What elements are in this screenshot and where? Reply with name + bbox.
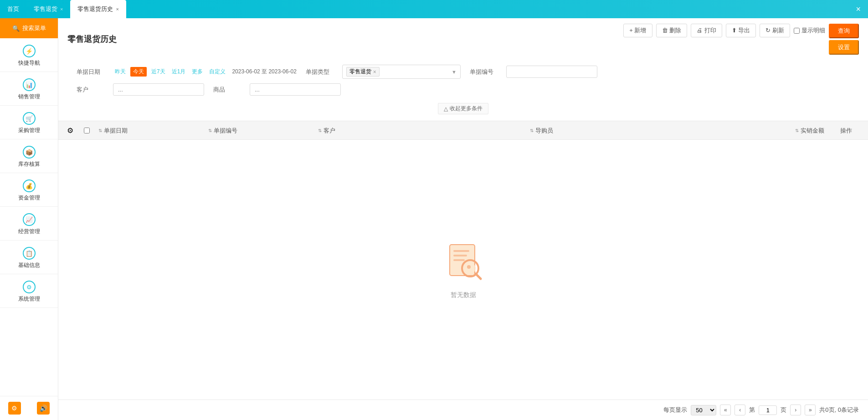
sidebar-item-inventory[interactable]: 📦 库存核算 [0,139,58,173]
next-page-button[interactable]: › [790,405,801,415]
tab-retail-return-history-close[interactable]: × [116,6,118,12]
th-settings[interactable]: ⚙ [62,126,78,135]
filter-row-2: 客户 商品 [77,83,850,96]
purchase-icon: 🛒 [23,112,36,125]
table-container: ⚙ ⇅ 单据日期 ⇅ 单据编号 ⇅ 客户 ⇅ [58,122,868,420]
sort-customer-icon[interactable]: ⇅ [318,128,322,133]
tab-retail-return-history[interactable]: 零售退货历史 × [70,0,126,18]
sidebar-item-system[interactable]: ⚙ 系统管理 [0,274,58,308]
sidebar-item-purchase-mgmt[interactable]: 🛒 采购管理 [0,106,58,139]
date-options: 昨天 今天 近7天 近1月 更多 自定义 2023-06-02 至 2023-0… [113,67,297,77]
operations-icon: 📈 [23,213,36,226]
date-opt-1month[interactable]: 近1月 [170,67,188,77]
main-layout: 🔍 搜索菜单 ⚡ 快捷导航 📊 销售管理 🛒 采购管理 📦 库存核算 💰 资金管… [0,18,868,420]
th-date-label: 单据日期 [104,127,128,135]
sort-guide-icon[interactable]: ⇅ [530,128,534,133]
query-button[interactable]: 查询 [829,24,859,38]
svg-rect-3 [453,259,465,261]
th-checkbox[interactable] [78,128,95,133]
tab-retail-return-close[interactable]: × [60,6,63,12]
sort-amount-icon[interactable]: ⇅ [795,128,799,133]
refresh-button[interactable]: ↻ 刷新 [760,24,790,37]
th-number: ⇅ 单据编号 [205,127,314,135]
sidebar-item-system-label: 系统管理 [18,295,40,303]
sidebar-item-sales-mgmt[interactable]: 📊 销售管理 [0,72,58,106]
inventory-icon: 📦 [23,146,36,159]
settings-button[interactable]: 设置 [829,40,859,55]
date-opt-custom[interactable]: 自定义 [207,67,227,77]
th-amount: ⇅ 实销金额 [739,127,828,135]
sidebar-item-purchase-label: 采购管理 [18,127,40,134]
date-range-display: 2023-06-02 至 2023-06-02 [232,68,296,76]
customer-input[interactable] [113,83,204,96]
new-button[interactable]: + 新增 [623,24,652,37]
goods-input[interactable] [250,83,341,96]
doc-number-label: 单据编号 [470,68,497,76]
select-all-checkbox[interactable] [84,128,90,133]
sidebar-item-operations[interactable]: 📈 经营管理 [0,207,58,241]
filter-row-1: 单据日期 昨天 今天 近7天 近1月 更多 自定义 2023-06-02 至 2… [77,65,850,79]
date-opt-7days[interactable]: 近7天 [149,67,167,77]
quick-nav-icon: ⚡ [23,45,36,57]
table-settings-icon[interactable]: ⚙ [67,126,73,135]
show-detail-check[interactable] [794,28,800,34]
sidebar-item-finance[interactable]: 💰 资金管理 [0,173,58,207]
sidebar-item-basic-info-label: 基础信息 [18,261,40,269]
tab-home[interactable]: 首页 [0,0,26,18]
query-settings-group: 查询 设置 [829,24,859,55]
system-icon: ⚙ [23,281,36,293]
last-page-button[interactable]: » [805,405,816,415]
sort-number-icon[interactable]: ⇅ [208,128,212,133]
sidebar-item-operations-label: 经营管理 [18,228,40,236]
audio-bottom-icon[interactable]: 🔊 [37,402,50,415]
tab-retail-return[interactable]: 零售退货 × [26,0,70,18]
doc-type-tag-label: 零售退货 [349,68,371,76]
prev-page-button[interactable]: ‹ [734,405,745,415]
print-button[interactable]: 🖨 打印 [691,24,722,37]
tab-retail-return-label: 零售退货 [34,5,57,13]
sidebar-item-quick-nav[interactable]: ⚡ 快捷导航 [0,38,58,72]
finance-icon: 💰 [23,179,36,192]
page-size-select[interactable]: 50 20 100 [691,405,716,415]
page-header-top: 零售退货历史 + 新增 🗑 删除 🖨 打印 ⬆ 导出 ↻ 刷新 显示明细 [67,24,859,55]
collapse-button[interactable]: △ 收起更多条件 [438,103,488,114]
sidebar-search[interactable]: 🔍 搜索菜单 [0,18,58,38]
page-title: 零售退货历史 [67,34,117,45]
th-actions: 操作 [828,127,864,135]
doc-type-select[interactable]: 零售退货 × ▼ [342,65,461,79]
tab-retail-return-history-label: 零售退货历史 [77,5,113,13]
pagination-summary: 共0页, 0条记录 [819,406,859,414]
date-filter-label: 单据日期 [77,68,104,76]
empty-state: 暂无数据 [58,140,868,400]
settings-bottom-icon[interactable]: ⚙ [8,402,21,415]
th-date: ⇅ 单据日期 [95,127,205,135]
date-opt-today[interactable]: 今天 [130,67,147,77]
show-detail-checkbox[interactable]: 显示明细 [794,26,825,35]
page-total-label: 页 [781,406,786,414]
svg-rect-1 [453,250,469,252]
svg-point-5 [465,263,476,274]
first-page-button[interactable]: « [720,405,731,415]
page-header: 零售退货历史 + 新增 🗑 删除 🖨 打印 ⬆ 导出 ↻ 刷新 显示明细 [58,18,868,121]
tab-bar: 首页 零售退货 × 零售退货历史 × [0,0,848,18]
sort-date-icon[interactable]: ⇅ [98,128,102,133]
top-bar: 首页 零售退货 × 零售退货历史 × × [0,0,868,18]
delete-button[interactable]: 🗑 删除 [656,24,688,37]
collapse-label: 收起更多条件 [450,105,483,113]
page-number-input[interactable]: 1 [759,405,777,415]
window-close-button[interactable]: × [848,5,868,14]
table-header: ⚙ ⇅ 单据日期 ⇅ 单据编号 ⇅ 客户 ⇅ [58,122,868,140]
sidebar-item-quick-nav-label: 快捷导航 [18,59,40,67]
export-button[interactable]: ⬆ 导出 [726,24,756,37]
sidebar-item-inventory-label: 库存核算 [18,160,40,168]
doc-type-tag-close[interactable]: × [373,69,376,75]
show-detail-label: 显示明细 [801,26,825,35]
date-opt-more[interactable]: 更多 [190,67,205,77]
doc-number-input[interactable] [506,66,597,78]
collapse-icon: △ [444,106,448,112]
search-icon: 🔍 [12,25,20,32]
date-opt-yesterday[interactable]: 昨天 [113,67,128,77]
svg-line-6 [476,274,481,279]
sidebar-item-basic-info[interactable]: 📋 基础信息 [0,241,58,274]
sales-icon: 📊 [23,78,36,91]
